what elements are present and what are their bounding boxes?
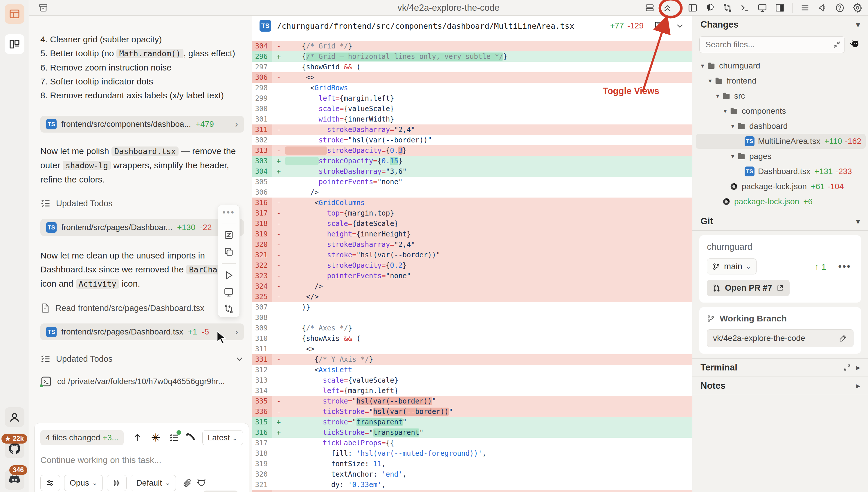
- diff-view-icon[interactable]: [224, 230, 234, 240]
- diff-row[interactable]: 302 stroke="hsl(var(--border))": [252, 135, 692, 145]
- diff-mode-icon[interactable]: [654, 20, 664, 31]
- megaphone-icon[interactable]: [818, 3, 827, 13]
- latest-dropdown[interactable]: Latest ⌄: [202, 430, 243, 445]
- git-compare-icon[interactable]: [224, 304, 234, 314]
- open-pr-button[interactable]: Open PR #7: [707, 280, 790, 296]
- diff-row[interactable]: 321- stroke="hsl(var(--border))": [252, 250, 692, 260]
- fast-forward-button[interactable]: [107, 475, 126, 491]
- diff-row[interactable]: [252, 490, 692, 492]
- right-panel-icon[interactable]: [775, 3, 785, 13]
- terminal-section-header[interactable]: Terminal ▸: [693, 359, 868, 376]
- diff-row[interactable]: 313 scale={valueScale}: [252, 375, 692, 386]
- file-change-chip[interactable]: TS frontend/src/pages/Dashboar... +130 -…: [40, 219, 244, 236]
- copy-icon[interactable]: [224, 247, 234, 257]
- diff-row[interactable]: 303+ strokeOpacity={0.15}: [252, 156, 692, 166]
- diff-row[interactable]: 301 width={innerWidth}: [252, 114, 692, 124]
- collapse-diagonal-icon[interactable]: [832, 40, 841, 49]
- diff-row[interactable]: 313- strokeOpacity={0.3}: [252, 145, 692, 156]
- cat-icon[interactable]: [849, 39, 861, 50]
- diff-row[interactable]: 316+ tickStroke="transparent": [252, 427, 692, 438]
- todo-list-icon[interactable]: [169, 433, 180, 443]
- more-dots-icon[interactable]: •••: [222, 208, 235, 217]
- send-button[interactable]: Send: [203, 491, 238, 492]
- diff-row[interactable]: 297 {showGrid && (: [252, 62, 692, 72]
- help-icon[interactable]: [835, 3, 845, 13]
- file-change-chip[interactable]: TS frontend/src/components/dashboa... +4…: [40, 116, 244, 132]
- toggle-views-icon[interactable]: [644, 3, 655, 13]
- settings-sliders-button[interactable]: [40, 475, 60, 491]
- tree-item-dashboard[interactable]: ▾dashboard: [696, 119, 866, 134]
- gear-icon[interactable]: [852, 3, 863, 13]
- git-section-header[interactable]: Git ▾: [693, 212, 868, 230]
- diff-row[interactable]: 317- top={margin.top}: [252, 208, 692, 218]
- diff-row[interactable]: 311- strokeDasharray="2,4": [252, 124, 692, 135]
- notes-section-header[interactable]: Notes ▸: [693, 377, 868, 395]
- changes-section-header[interactable]: Changes ▾: [693, 16, 868, 34]
- burst-icon[interactable]: ✳: [151, 432, 160, 443]
- diff-row[interactable]: 315+ stroke="transparent": [252, 417, 692, 427]
- tree-item-package-lock-json[interactable]: package-lock.json+6: [696, 194, 866, 209]
- diff-row[interactable]: 336- tickStroke="hsl(var(--border))": [252, 407, 692, 417]
- play-icon[interactable]: [224, 270, 234, 280]
- tree-item-churnguard[interactable]: ▾churnguard: [696, 58, 866, 73]
- tree-item-src[interactable]: ▾src: [696, 89, 866, 103]
- mode-dropdown[interactable]: Default ⌄: [131, 475, 175, 491]
- diff-row[interactable]: 335- stroke="hsl(var(--border))": [252, 396, 692, 407]
- working-branch-field[interactable]: vk/4e2a-explore-the-code: [707, 329, 853, 347]
- model-dropdown[interactable]: Opus ⌄: [64, 475, 103, 491]
- diff-row[interactable]: 305 pointerEvents="none": [252, 177, 692, 187]
- diff-row[interactable]: 310 {showAxis && (: [252, 333, 692, 344]
- updated-todos-row[interactable]: Updated Todos: [40, 198, 244, 208]
- diff-row[interactable]: 304- {/* Grid */}: [252, 41, 692, 51]
- layout-view-button[interactable]: [5, 4, 24, 24]
- diff-code[interactable]: 304- {/* Grid */}296+ {/* Grid — horizon…: [252, 36, 692, 492]
- monitor-icon[interactable]: [224, 287, 234, 297]
- diff-row[interactable]: 318- scale={dateScale}: [252, 218, 692, 229]
- diff-row[interactable]: 324- />: [252, 281, 692, 292]
- attach-icon[interactable]: [182, 478, 192, 488]
- board-view-button[interactable]: [5, 34, 24, 54]
- tree-item-frontend[interactable]: ▾frontend: [696, 73, 866, 89]
- diff-row[interactable]: 320- strokeDasharray="2,4": [252, 239, 692, 250]
- tree-item-package-lock-json[interactable]: package-lock.json+61-104: [696, 179, 866, 194]
- push-count[interactable]: ↑ 1: [815, 262, 826, 272]
- archive-box-icon[interactable]: [38, 3, 48, 13]
- terminal-icon[interactable]: [740, 3, 750, 13]
- diff-row[interactable]: 306 />: [252, 187, 692, 198]
- diff-row[interactable]: 323- pointerEvents="none": [252, 271, 692, 281]
- updated-todos-row-2[interactable]: Updated Todos: [40, 353, 244, 364]
- diff-row[interactable]: 311 <>: [252, 344, 692, 354]
- search-files-input[interactable]: [699, 36, 845, 53]
- diff-row[interactable]: 306- <>: [252, 72, 692, 83]
- file-change-chip[interactable]: TS frontend/src/pages/Dashboard.tsx +1 -…: [40, 323, 244, 340]
- monitor-icon[interactable]: [757, 3, 767, 13]
- cat-icon[interactable]: [196, 478, 207, 488]
- diff-row[interactable]: 314 left={margin.left}: [252, 386, 692, 396]
- branch-dropdown[interactable]: main ⌄: [707, 259, 756, 274]
- edit-pencil-icon[interactable]: [839, 334, 847, 343]
- left-panel-icon[interactable]: [688, 3, 698, 13]
- git-compare-icon[interactable]: [723, 3, 732, 13]
- diff-row[interactable]: 321 dy: '0.33em',: [252, 479, 692, 490]
- diff-row[interactable]: 319 fontSize: 11,: [252, 459, 692, 469]
- diff-row[interactable]: 318 fill: 'hsl(var(--muted-foreground))'…: [252, 448, 692, 459]
- collapse-all-icon[interactable]: [662, 3, 672, 13]
- diff-row[interactable]: 317 tickLabelProps={{: [252, 438, 692, 448]
- read-file-row[interactable]: Read frontend/src/pages/Dashboard.tsx: [40, 303, 244, 313]
- expand-diagonal-icon[interactable]: [843, 364, 851, 372]
- diff-row[interactable]: 325- </>: [252, 292, 692, 302]
- more-dots-icon[interactable]: •••: [838, 261, 851, 272]
- terminal-command-row[interactable]: cd /private/var/folders/10/h7w0q46556ggr…: [40, 376, 244, 387]
- scroll-up-icon[interactable]: [132, 433, 142, 443]
- diff-row[interactable]: 319- height={innerHeight}: [252, 229, 692, 239]
- github-button[interactable]: ★ 22k: [5, 439, 24, 458]
- diff-row[interactable]: 320 textAnchor: 'end',: [252, 469, 692, 479]
- diff-row[interactable]: 307 )}: [252, 302, 692, 313]
- composer-input[interactable]: Continue working on this task...: [40, 455, 243, 465]
- diff-row[interactable]: 308: [252, 313, 692, 323]
- tree-item-multilinearea-tsx[interactable]: TSMultiLineArea.tsx+110-162: [696, 134, 866, 149]
- chevron-down-icon[interactable]: [235, 354, 244, 363]
- diff-row[interactable]: 331- {/* Y Axis */}: [252, 354, 692, 365]
- tree-item-components[interactable]: ▾components: [696, 103, 866, 119]
- diff-row[interactable]: 316- <GridColumns: [252, 198, 692, 208]
